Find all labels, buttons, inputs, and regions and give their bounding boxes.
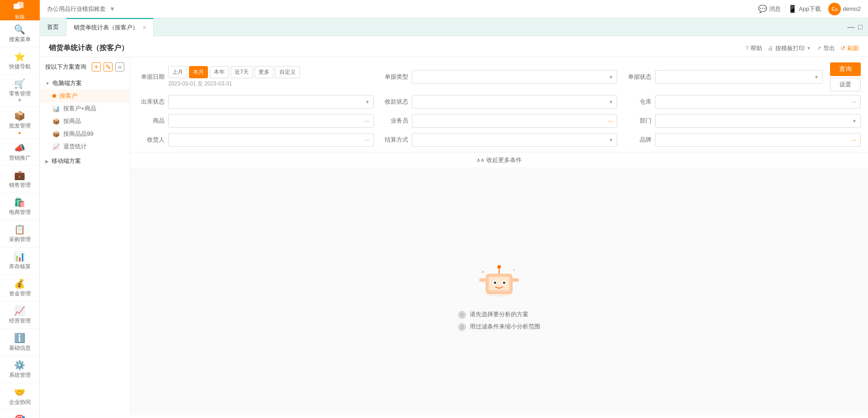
scheme-collapse-button[interactable]: « [115, 62, 124, 71]
sidebar-item-label: 销售管理 [9, 181, 31, 189]
date-btn-7days[interactable]: 近7天 [231, 66, 253, 78]
svg-text:✦: ✦ [513, 268, 516, 272]
breadcrumb-dropdown-icon[interactable]: ▼ [109, 5, 115, 12]
brand-select[interactable]: ··· [655, 133, 861, 147]
tab-minimize-button[interactable]: — [847, 23, 854, 31]
message-label: 消息 [769, 5, 781, 13]
sidebar-item-new-guide[interactable]: 🎯 新手引导 [0, 410, 39, 418]
doc-status-select[interactable]: ▼ [655, 70, 823, 84]
date-btn-more[interactable]: 更多 [255, 66, 274, 78]
message-icon: 💬 [758, 5, 767, 13]
filter-row-4: 收货人 ··· 结算方式 ▼ [130, 133, 868, 152]
sidebar-item-system-mgmt[interactable]: ⚙️ 系统管理 [0, 356, 39, 383]
scheme-group-mobile-header[interactable]: ▶ 移动端方案 [40, 155, 130, 167]
scheme-add-button[interactable]: + [92, 62, 101, 71]
sidebar-item-inventory[interactable]: 📊 库存核算 [0, 247, 39, 275]
sidebar-item-search-menu[interactable]: 🔍 搜索菜单 [0, 20, 39, 48]
doc-type-label: 单据类型 [381, 73, 408, 81]
scheme-group-desktop-header[interactable]: ▼ 电脑端方案 [40, 77, 130, 90]
scheme-item-customer-product[interactable]: 📊 按客户+商品 [40, 102, 130, 115]
date-range-display: 2023-03-01 至 2023-03-31 [168, 80, 374, 88]
breadcrumb: 办公用品行业模拟账套 [47, 5, 106, 13]
header-left: 办公用品行业模拟账套 ▼ [47, 5, 115, 13]
scheme-item-product[interactable]: 📦 按商品 [40, 115, 130, 128]
receipt-status-select[interactable]: ▼ [412, 95, 618, 109]
print-label: 按模板打印 [775, 44, 805, 52]
sidebar-item-ecommerce-mgmt[interactable]: 🛍️ 电商管理 [0, 193, 39, 220]
export-button[interactable]: ↗ 导出 [816, 44, 835, 52]
scheme-item-return-stat[interactable]: 📈 退货统计 [40, 140, 130, 153]
message-button[interactable]: 💬 消息 [758, 5, 781, 13]
sidebar-item-label: 资金管理 [9, 290, 31, 298]
product-select[interactable]: ··· [168, 114, 374, 128]
sidebar-item-finance-mgmt[interactable]: 💰 资金管理 [0, 275, 39, 302]
refresh-button[interactable]: ↺ 刷新 [840, 44, 859, 52]
sidebar-item-quick-nav[interactable]: ⭐ 快捷导航 [0, 48, 39, 75]
date-buttons: 上月 本月 本年 近7天 更多 自定义 [168, 66, 374, 78]
consignee-select[interactable]: ··· [168, 133, 374, 147]
page-title: 销货单统计表（按客户） [49, 43, 128, 53]
tab-close-button[interactable]: × [143, 24, 146, 31]
brand-label: 品牌 [624, 136, 651, 144]
customer-product-icon: 📊 [52, 105, 60, 112]
scheme-item-product99[interactable]: 📦 按商品品99 [40, 128, 130, 140]
data-area: ✦ ✦ ① 请先选择要分析的方案 ② 用过滤条件来缩小分析范围 [130, 168, 868, 415]
enterprise-collab-icon: 🤝 [14, 387, 25, 398]
sidebar-item-sales-mgmt[interactable]: 💼 销售管理 [0, 166, 39, 193]
svg-text:✦: ✦ [481, 270, 485, 275]
empty-state: ✦ ✦ ① 请先选择要分析的方案 ② 用过滤条件来缩小分析范围 [449, 222, 549, 362]
tab-active[interactable]: 销货单统计表（按客户） × [66, 18, 154, 36]
settlement-select[interactable]: ▼ [412, 133, 618, 147]
svg-point-12 [497, 265, 501, 269]
settlement-label: 结算方式 [381, 136, 408, 144]
chevron-down-icon: ▼ [609, 75, 613, 80]
empty-state-steps: ① 请先选择要分析的方案 ② 用过滤条件来缩小分析范围 [458, 310, 540, 335]
ecommerce-mgmt-icon: 🛍️ [14, 197, 25, 208]
filter-cell-date: 单据日期 上月 本月 本年 近7天 更多 自定义 [137, 62, 374, 91]
date-btn-this-month[interactable]: 本月 [189, 66, 208, 78]
user-name: demo2 [843, 5, 861, 12]
filter-cell-warehouse: 仓库 ··· [624, 95, 861, 109]
sidebar-item-basic-info[interactable]: ℹ️ 基础信息 [0, 329, 39, 356]
settings-button[interactable]: 设置 [830, 78, 861, 91]
sidebar-item-label: 企业协同 [9, 399, 31, 406]
sidebar-item-retail-mgmt[interactable]: 🛒 零售管理 ▼ [0, 75, 39, 107]
svg-rect-2 [15, 5, 20, 9]
tab-home[interactable]: 首页 [40, 18, 66, 36]
date-btn-custom[interactable]: 自定义 [275, 66, 300, 78]
chevron-down-icon: ▼ [365, 100, 370, 104]
app-download-button[interactable]: 📱 App下载 [788, 5, 821, 13]
department-select[interactable]: ▼ [655, 114, 861, 128]
out-status-select[interactable]: ▼ [168, 95, 374, 109]
salesperson-select[interactable]: ··· [412, 114, 618, 128]
sidebar-item-marketing[interactable]: 📣 营销推广 [0, 139, 39, 166]
filter-row-2: 出库状态 ▼ 收款状态 ▼ [130, 95, 868, 114]
print-button[interactable]: 🖨 按模板打印 ▼ [768, 44, 811, 52]
scheme-panel-title: 按以下方案查询 [45, 63, 86, 71]
doc-type-select[interactable]: ▼ [412, 70, 618, 84]
date-btn-last-month[interactable]: 上月 [168, 66, 187, 78]
date-btn-this-year[interactable]: 本年 [210, 66, 229, 78]
user-menu[interactable]: Ea demo2 [828, 3, 861, 15]
dots-icon: ··· [364, 117, 370, 124]
sidebar-item-wholesale-mgmt[interactable]: 📦 批发管理 ▲ [0, 107, 39, 139]
sidebar-item-operations-mgmt[interactable]: 📈 经营管理 [0, 302, 39, 329]
avatar: Ea [828, 3, 841, 15]
scheme-edit-button[interactable]: ✎ [104, 62, 113, 71]
collapse-more-button[interactable]: ∧∧ 收起更多条件 [130, 152, 868, 168]
svg-rect-14 [512, 278, 519, 282]
query-button[interactable]: 查询 [830, 62, 861, 76]
sidebar-item-enterprise-collab[interactable]: 🤝 企业协同 [0, 383, 39, 410]
scheme-item-customer[interactable]: 按客户 [40, 90, 130, 102]
tab-maximize-button[interactable]: □ [858, 23, 863, 31]
operations-mgmt-icon: 📈 [14, 305, 25, 316]
tab-controls: — □ [847, 23, 868, 31]
empty-step-2: ② 用过滤条件来缩小分析范围 [458, 323, 540, 331]
filter-cell-out-status: 出库状态 ▼ [137, 95, 374, 109]
step2-number: ② [458, 323, 466, 331]
sidebar-item-purchase-mgmt[interactable]: 📋 采购管理 [0, 220, 39, 247]
help-button[interactable]: ? 帮助 [745, 44, 762, 52]
scheme-group-mobile: ▶ 移动端方案 [40, 155, 130, 167]
warehouse-select[interactable]: ··· [655, 95, 861, 109]
scheme-panel: 按以下方案查询 + ✎ « ▼ 电脑端方案 [40, 57, 130, 415]
